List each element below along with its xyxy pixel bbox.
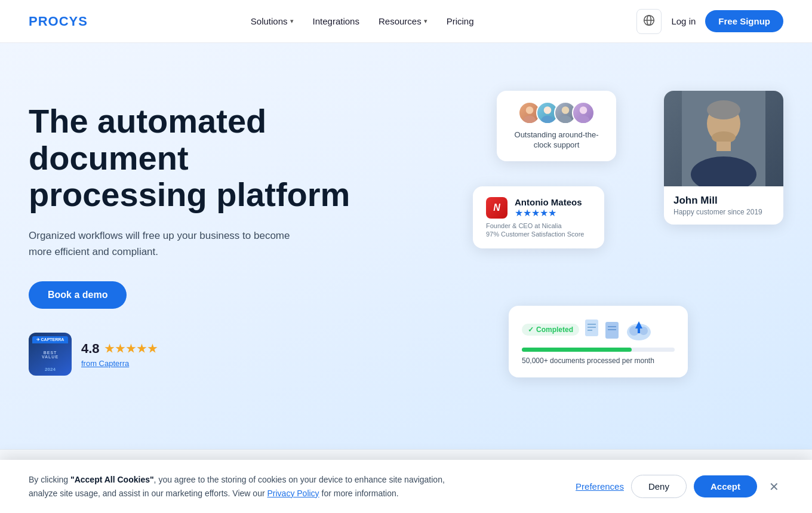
avatar bbox=[572, 102, 595, 124]
progress-bar-wrap bbox=[522, 348, 675, 352]
svg-point-5 bbox=[544, 106, 552, 114]
john-name: John Mill bbox=[673, 195, 774, 207]
nav-pricing[interactable]: Pricing bbox=[447, 16, 474, 26]
completed-row: Completed bbox=[522, 317, 675, 343]
cookie-buttons: Preferences Deny Accept ✕ bbox=[576, 475, 783, 497]
svg-point-3 bbox=[526, 106, 534, 114]
hero-cards: Outstanding around-the-clock support bbox=[473, 91, 783, 377]
john-card: John Mill Happy customer since 2019 bbox=[664, 91, 783, 225]
john-info: John Mill Happy customer since 2019 bbox=[664, 186, 783, 225]
support-text: Outstanding around-the-clock support bbox=[510, 130, 603, 150]
hero-subtitle: Organized workflows will free up your bu… bbox=[29, 228, 315, 260]
review-score: 97% Customer Satisfaction Score bbox=[486, 231, 591, 238]
accept-button[interactable]: Accept bbox=[694, 475, 757, 497]
nav-solutions[interactable]: Solutions ▾ bbox=[251, 16, 294, 26]
signup-button[interactable]: Free Signup bbox=[705, 10, 783, 32]
cookie-text: By clicking "Accept All Cookies", you ag… bbox=[29, 473, 447, 497]
doc-icon bbox=[584, 320, 601, 340]
navbar: PROCYS Solutions ▾ Integrations Resource… bbox=[0, 0, 812, 43]
review-logo: N bbox=[486, 197, 508, 219]
docs-count: 50,000+ documents processed per month bbox=[522, 357, 675, 365]
nav-integrations[interactable]: Integrations bbox=[313, 16, 359, 26]
support-avatars bbox=[510, 102, 603, 124]
globe-icon bbox=[643, 14, 655, 28]
reviewer-role: Founder & CEO at Nicalia bbox=[486, 222, 591, 229]
svg-point-4 bbox=[523, 115, 536, 123]
capterra-link[interactable]: from Capterra bbox=[81, 359, 158, 368]
review-card: N Antonio Mateos ★★★★★ Founder & CEO at … bbox=[473, 186, 604, 248]
rating-info: 4.8 ★★★★★ from Capterra bbox=[81, 341, 158, 368]
reviewer-name: Antonio Mateos bbox=[515, 197, 582, 207]
nav-resources[interactable]: Resources ▾ bbox=[379, 16, 427, 26]
language-button[interactable] bbox=[636, 9, 662, 34]
logo: PROCYS bbox=[29, 14, 88, 29]
progress-bar-fill bbox=[522, 348, 632, 352]
capterra-badge: ✈ CAPTERRA BEST VALUE 2024 bbox=[29, 333, 72, 376]
review-header: N Antonio Mateos ★★★★★ bbox=[486, 197, 591, 219]
capterra-row: ✈ CAPTERRA BEST VALUE 2024 4.8 ★★★★★ fro… bbox=[29, 333, 363, 376]
rating-score: 4.8 bbox=[81, 341, 100, 357]
svg-point-9 bbox=[580, 106, 588, 114]
john-photo bbox=[664, 91, 783, 186]
hero-section: The automated document processing platfo… bbox=[0, 43, 812, 449]
svg-point-6 bbox=[541, 115, 553, 123]
svg-rect-28 bbox=[638, 328, 640, 333]
chevron-down-icon: ▾ bbox=[424, 17, 427, 25]
svg-point-7 bbox=[562, 106, 570, 114]
close-icon: ✕ bbox=[769, 480, 779, 494]
rating-stars: ★★★★★ bbox=[104, 342, 158, 355]
privacy-policy-link[interactable]: Privacy Policy bbox=[267, 489, 319, 497]
completed-badge: Completed bbox=[522, 324, 579, 336]
support-card: Outstanding around-the-clock support bbox=[497, 91, 616, 161]
nav-links: Solutions ▾ Integrations Resources ▾ Pri… bbox=[251, 16, 474, 26]
cookie-banner: By clicking "Accept All Cookies", you ag… bbox=[0, 460, 812, 497]
review-stars: ★★★★★ bbox=[515, 207, 582, 219]
completed-card: Completed bbox=[509, 306, 688, 377]
nav-right: Log in Free Signup bbox=[636, 9, 783, 34]
hero-left: The automated document processing platfo… bbox=[29, 91, 363, 376]
svg-rect-17 bbox=[585, 320, 598, 336]
svg-point-10 bbox=[577, 115, 589, 123]
hero-title: The automated document processing platfo… bbox=[29, 103, 363, 213]
doc-icon bbox=[604, 320, 621, 340]
preferences-button[interactable]: Preferences bbox=[576, 481, 624, 492]
cloud-upload-icon bbox=[625, 317, 653, 343]
book-demo-button[interactable]: Book a demo bbox=[29, 281, 127, 309]
deny-button[interactable]: Deny bbox=[631, 475, 687, 497]
svg-point-8 bbox=[559, 115, 571, 123]
close-cookie-button[interactable]: ✕ bbox=[764, 477, 783, 496]
chevron-down-icon: ▾ bbox=[290, 17, 294, 25]
john-subtitle: Happy customer since 2019 bbox=[673, 208, 774, 216]
svg-rect-21 bbox=[605, 322, 619, 339]
svg-rect-15 bbox=[716, 142, 731, 151]
doc-icons bbox=[584, 317, 653, 343]
svg-point-13 bbox=[707, 100, 740, 119]
login-button[interactable]: Log in bbox=[671, 16, 696, 26]
